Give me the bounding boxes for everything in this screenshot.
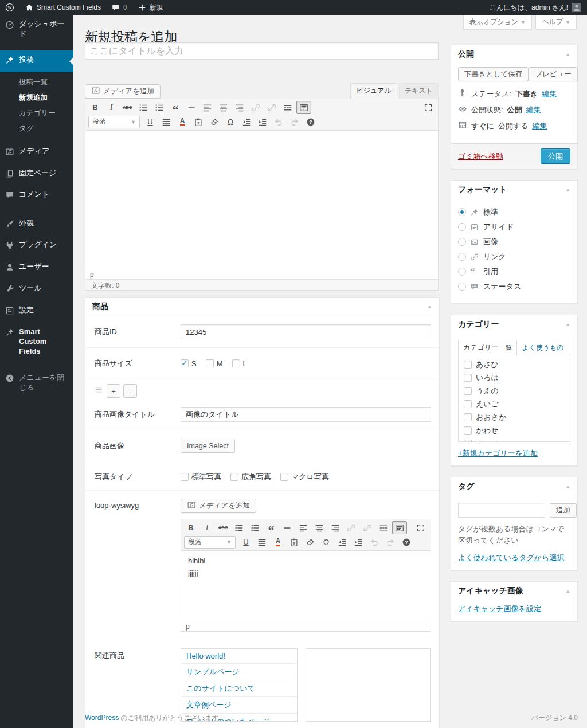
- format-radio[interactable]: [458, 283, 466, 291]
- product-metabox-header[interactable]: 商品 ▲: [85, 298, 439, 316]
- paste-button[interactable]: [191, 115, 206, 128]
- forecolor-button[interactable]: A: [175, 115, 190, 128]
- publish-button[interactable]: 公開: [541, 148, 570, 164]
- repeat-remove-button[interactable]: -: [123, 384, 137, 398]
- forecolor-button[interactable]: A: [271, 535, 285, 549]
- kitchensink-button[interactable]: [392, 521, 407, 534]
- preview-button[interactable]: プレビュー: [529, 67, 578, 81]
- photo-type-option-0[interactable]: 標準写真: [181, 472, 221, 482]
- format-radio[interactable]: [458, 268, 466, 276]
- format-metabox-header[interactable]: フォーマット ▲: [451, 181, 577, 199]
- sidebar-item-dashboard[interactable]: ダッシュボード: [0, 15, 73, 44]
- paragraph-format-select[interactable]: 段落▼: [88, 116, 140, 128]
- add-tag-button[interactable]: 追加: [550, 503, 577, 518]
- format-option-2[interactable]: 画像: [458, 237, 570, 247]
- publish-metabox-header[interactable]: 公開 ▲: [451, 45, 577, 64]
- collapse-toggle-icon[interactable]: ▲: [565, 322, 570, 327]
- add-media-button[interactable]: メディアを追加: [85, 84, 161, 99]
- photo-type-option-checkbox[interactable]: [230, 473, 238, 481]
- edit-status-link[interactable]: 編集: [542, 89, 557, 99]
- sidebar-item-appearance[interactable]: 外観: [0, 214, 73, 236]
- help-button[interactable]: ヘルプ▼: [535, 15, 577, 30]
- size-option-checkbox[interactable]: [206, 359, 214, 367]
- kitchensink-button[interactable]: [296, 101, 311, 114]
- unlink-button[interactable]: [264, 101, 279, 114]
- format-option-3[interactable]: リンク: [458, 252, 570, 262]
- omega-button[interactable]: Ω: [319, 535, 334, 549]
- collapse-toggle-icon[interactable]: ▲: [565, 52, 570, 57]
- hr-button[interactable]: [280, 521, 295, 534]
- category-item-0[interactable]: あさひ: [464, 359, 570, 370]
- quote-button[interactable]: “: [264, 521, 279, 534]
- justify-button[interactable]: [255, 535, 269, 549]
- link-button[interactable]: [344, 521, 359, 534]
- italic-button[interactable]: I: [104, 101, 119, 114]
- more-button[interactable]: [376, 521, 391, 534]
- wordpress-logo-icon[interactable]: W: [0, 0, 19, 15]
- collapse-menu-button[interactable]: メニューを閉じる: [0, 369, 73, 397]
- photo-type-option-1[interactable]: 広角写真: [230, 472, 271, 482]
- quote-button[interactable]: “: [168, 101, 183, 114]
- comments-menu-item[interactable]: 0: [106, 0, 132, 15]
- image-select-button[interactable]: Image Select: [181, 439, 235, 453]
- bold-button[interactable]: B: [183, 521, 198, 534]
- undo-button[interactable]: [367, 535, 382, 549]
- tab-visual[interactable]: ビジュアル: [350, 83, 397, 99]
- category-item-1[interactable]: いろは: [464, 373, 570, 383]
- drag-handle-icon[interactable]: [95, 385, 104, 397]
- sidebar-item-users[interactable]: ユーザー: [0, 257, 73, 279]
- category-checkbox[interactable]: [464, 426, 472, 435]
- edit-visibility-link[interactable]: 編集: [526, 105, 541, 115]
- category-checkbox[interactable]: [464, 440, 472, 442]
- categories-metabox-header[interactable]: カテゴリー ▲: [451, 315, 577, 334]
- photo-type-option-checkbox[interactable]: [280, 473, 288, 481]
- redo-button[interactable]: [383, 535, 398, 549]
- alignleft-button[interactable]: [296, 521, 311, 534]
- format-option-0[interactable]: 標準: [458, 207, 570, 217]
- size-option-1[interactable]: M: [206, 359, 223, 368]
- tab-popular-categories[interactable]: よく使うもの: [517, 340, 568, 355]
- repeat-add-button[interactable]: +: [107, 384, 120, 398]
- fullscreen-button[interactable]: [413, 521, 428, 534]
- howdy-greeting[interactable]: こんにちは、admin さん!: [490, 3, 568, 13]
- submenu-item-1[interactable]: 新規追加: [0, 90, 73, 105]
- category-checkbox[interactable]: [464, 361, 472, 369]
- photo-type-option-checkbox[interactable]: [181, 473, 189, 481]
- strike-button[interactable]: ABC: [216, 521, 230, 534]
- ol-button[interactable]: [248, 521, 263, 534]
- link-button[interactable]: [248, 101, 263, 114]
- fullscreen-button[interactable]: [421, 101, 436, 114]
- add-media-button[interactable]: メディアを追加: [181, 499, 256, 513]
- wordpress-footer-link[interactable]: WordPress: [85, 714, 119, 722]
- format-option-5[interactable]: ステータス: [458, 281, 570, 292]
- more-button[interactable]: [280, 101, 295, 114]
- sidebar-item-pages[interactable]: 固定ページ: [0, 164, 73, 186]
- related-product-item-2[interactable]: このサイトについて: [181, 680, 297, 697]
- collapse-toggle-icon[interactable]: ▲: [427, 304, 432, 310]
- set-featured-image-link[interactable]: アイキャッチ画像を設定: [458, 604, 541, 613]
- category-item-2[interactable]: うえの: [464, 386, 570, 396]
- ul-button[interactable]: [136, 101, 151, 114]
- format-radio[interactable]: [458, 208, 466, 216]
- collapse-toggle-icon[interactable]: ▲: [565, 588, 570, 594]
- indent-button[interactable]: [351, 535, 366, 549]
- category-checkbox[interactable]: [464, 400, 472, 408]
- related-product-item-0[interactable]: Hello world!: [181, 649, 297, 664]
- outdent-button[interactable]: [239, 115, 254, 128]
- indent-button[interactable]: [255, 115, 270, 128]
- sidebar-item-posts[interactable]: 投稿: [0, 50, 73, 72]
- related-products-selected-list[interactable]: [306, 648, 431, 722]
- collapse-toggle-icon[interactable]: ▲: [565, 187, 570, 193]
- justify-button[interactable]: [159, 115, 174, 128]
- submenu-item-3[interactable]: タグ: [0, 121, 73, 136]
- sidebar-item-tools[interactable]: ツール: [0, 279, 73, 301]
- redo-button[interactable]: [287, 115, 302, 128]
- save-draft-button[interactable]: 下書きとして保存: [458, 67, 529, 81]
- underline-button[interactable]: U: [238, 535, 253, 549]
- submenu-item-0[interactable]: 投稿一覧: [0, 75, 73, 90]
- ul-button[interactable]: [232, 521, 246, 534]
- sidebar-item-smart-custom-fields[interactable]: Smart Custom Fields: [0, 323, 73, 361]
- submenu-item-2[interactable]: カテゴリー: [0, 105, 73, 121]
- category-checkbox[interactable]: [464, 374, 472, 382]
- photo-type-option-2[interactable]: マクロ写真: [280, 472, 329, 482]
